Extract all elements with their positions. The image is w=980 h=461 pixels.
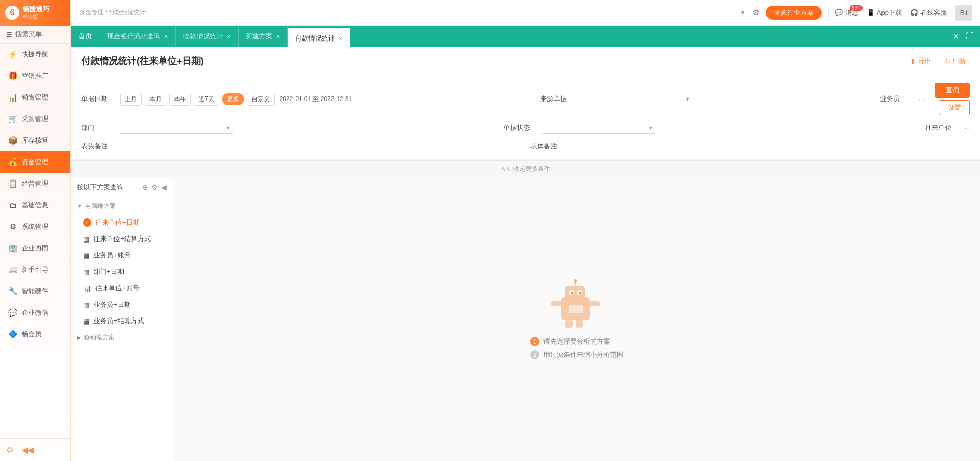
salesperson-ellipsis-btn[interactable]: ··· <box>919 95 925 103</box>
sidebar-item-member[interactable]: 🔷 畅会员 <box>0 324 70 345</box>
logo-text: 畅捷通巧 标准版 <box>23 5 49 21</box>
tab-payment-stats-close[interactable]: ✕ <box>338 35 343 42</box>
scheme-item-salesperson-date[interactable]: ▦ 业务员+日期 <box>71 296 173 313</box>
tab-bank-flow-close[interactable]: ✕ <box>164 33 168 40</box>
refresh-button[interactable]: ↻ 刷新 <box>940 54 970 68</box>
headset-icon: 🎧 <box>910 9 918 16</box>
page-actions: ⬆ 导出 ↻ 刷新 <box>906 54 970 68</box>
header-note-input[interactable] <box>120 140 243 152</box>
date-btn-this-year[interactable]: 本年 <box>169 93 191 106</box>
topbar: 资金管理 / 付款情况统计 ▼ ⚙ 体验行业方案 💬 消息 99+ 📱 App下… <box>71 0 980 26</box>
sidebar-item-purchase[interactable]: 🛒 采购管理 <box>0 108 70 130</box>
tab-close-all-icon[interactable]: ✕ <box>953 32 959 42</box>
export-icon: ⬆ <box>910 57 916 65</box>
message-icon: 💬 <box>835 9 843 16</box>
breadcrumb-dropdown[interactable]: ▼ <box>740 9 746 16</box>
empty-illustration <box>546 279 607 331</box>
svg-rect-12 <box>569 305 583 313</box>
empty-tip-2: 2 用过滤条件来缩小分析范围 <box>530 350 623 359</box>
scheme-item-unit-account[interactable]: 📊 往来单位+账号 <box>71 280 173 296</box>
svg-rect-8 <box>551 301 561 306</box>
sidebar-item-guide[interactable]: 📖 新手引导 <box>0 259 70 280</box>
tab-receipt-stats[interactable]: 收款情况统计 ✕ <box>176 26 239 47</box>
phone-icon: 📱 <box>867 9 875 16</box>
messages-badge: 99+ <box>850 5 863 11</box>
date-btn-custom[interactable]: 自定义 <box>247 93 275 106</box>
tab-expand-icon[interactable]: ⛶ <box>966 32 974 41</box>
sidebar-item-system[interactable]: ⚙ 系统管理 <box>0 216 70 237</box>
member-icon: 🔷 <box>8 330 17 339</box>
date-btn-this-month[interactable]: 本月 <box>145 93 166 106</box>
body-note-input[interactable] <box>570 140 693 152</box>
sidebar-item-inventory[interactable]: 📦 库存核算 <box>0 130 70 151</box>
dept-select[interactable] <box>120 122 233 134</box>
sidebar-item-enterprise[interactable]: 🏢 企业协同 <box>0 237 70 259</box>
doc-status-select[interactable] <box>542 122 655 134</box>
tab-bank-flow[interactable]: 现金银行流水查询 ✕ <box>100 26 176 47</box>
online-service-button[interactable]: 🎧 在线客服 <box>910 8 947 17</box>
date-range-display: 2022-01-01 至 2022-12-31 <box>280 95 352 104</box>
scheme-item-salesperson-payment[interactable]: ▦ 业务员+结算方式 <box>71 313 173 329</box>
filter-salesperson-label: 业务员 <box>880 94 909 104</box>
user-avatar[interactable]: Rit <box>955 5 972 21</box>
scheme-pc-section[interactable]: ▼ 电脑端方案 <box>71 197 173 214</box>
tab-home[interactable]: 首页 <box>71 26 100 47</box>
mobile-section-arrow: ▶ <box>77 335 81 340</box>
scheme-table-icon-5: ▦ <box>83 317 89 325</box>
query-btns: 查询 设置 <box>935 83 970 115</box>
export-button[interactable]: ⬆ 导出 <box>906 54 935 68</box>
sidebar-bottom: ⚙ ◀◀ <box>0 438 70 461</box>
collapse-bar[interactable]: ∧∧ 收起更多条件 <box>71 160 980 177</box>
settings-button[interactable]: 设置 <box>939 100 970 115</box>
search-menu[interactable]: ☰ 搜索菜单 <box>0 26 70 44</box>
svg-point-4 <box>571 292 574 294</box>
date-btn-more[interactable]: 更多 <box>222 93 244 105</box>
tab-receipt-stats-close[interactable]: ✕ <box>226 33 231 40</box>
filter-source-label: 来源单据 <box>540 94 569 104</box>
sidebar-item-operations[interactable]: 📋 经营管理 <box>0 173 70 194</box>
scheme-table-icon-4: ▦ <box>83 301 89 309</box>
sidebar-item-weixin[interactable]: 💬 企业微信 <box>0 302 70 324</box>
topbar-gear-icon[interactable]: ⚙ <box>752 8 759 17</box>
inventory-icon: 📦 <box>8 136 17 145</box>
marketing-icon: 🎁 <box>8 71 17 81</box>
empty-tips: 1 请先选择要分析的方案 2 用过滤条件来缩小分析范围 <box>530 337 623 359</box>
scheme-item-unit-date[interactable]: ○ 往来单位+日期 <box>71 214 173 231</box>
scheme-mobile-section[interactable]: ▶ 移动端方案 <box>71 329 173 346</box>
related-unit-ellipsis-btn[interactable]: ··· <box>964 124 970 132</box>
messages-button[interactable]: 💬 消息 99+ <box>835 8 858 17</box>
settings-bottom-icon[interactable]: ⚙ <box>6 445 13 455</box>
collapse-sidebar-icon[interactable]: ◀◀ <box>22 445 34 455</box>
filter-doc-status-label: 单据状态 <box>503 123 532 132</box>
scheme-add-icon[interactable]: ⊕ <box>142 183 148 191</box>
app-download-button[interactable]: 📱 App下载 <box>867 8 902 17</box>
scheme-collapse-icon[interactable]: ◀ <box>161 183 167 191</box>
sidebar-item-sales[interactable]: 📊 销售管理 <box>0 87 70 108</box>
topbar-right: 💬 消息 99+ 📱 App下载 🎧 在线客服 Rit <box>835 5 972 21</box>
sidebar-item-smart-hw[interactable]: 🔧 智能硬件 <box>0 280 70 302</box>
operations-icon: 📋 <box>8 179 17 188</box>
sidebar-item-basic-info[interactable]: 🗂 基础信息 <box>0 194 70 216</box>
tab-new-scheme[interactable]: 新建方案 ✕ <box>239 26 288 47</box>
filter-section: 单据日期 上月 本月 本年 近7天 更多 自定义 2022-01-01 至 20… <box>71 75 980 160</box>
guide-icon: 📖 <box>8 265 17 274</box>
scheme-item-unit-payment[interactable]: ▦ 往来单位+结算方式 <box>71 231 173 247</box>
collapse-up-icon: ∧∧ <box>501 165 513 172</box>
tab-new-scheme-close[interactable]: ✕ <box>276 33 280 40</box>
scheme-item-dept-date[interactable]: ▦ 部门+日期 <box>71 264 173 280</box>
try-industry-button[interactable]: 体验行业方案 <box>766 6 822 20</box>
sidebar-nav: ⚡ 快捷导航 🎁 营销推广 📊 销售管理 🛒 采购管理 📦 库存核算 💰 资金管… <box>0 44 70 438</box>
tab-payment-stats[interactable]: 付款情况统计 ✕ <box>288 28 350 47</box>
sidebar-item-quick-nav[interactable]: ⚡ 快捷导航 <box>0 44 70 65</box>
doc-status-select-wrapper <box>542 122 655 134</box>
scheme-actions: ⊕ ⚙ ◀ <box>142 183 167 191</box>
scheme-item-salesperson-account[interactable]: ▦ 业务员+账号 <box>71 247 173 264</box>
date-btn-7days[interactable]: 近7天 <box>194 93 219 106</box>
scheme-settings-icon[interactable]: ⚙ <box>151 183 158 191</box>
query-button[interactable]: 查询 <box>935 83 970 98</box>
sidebar-item-finance[interactable]: 💰 资金管理 <box>0 151 70 173</box>
source-select[interactable] <box>579 93 692 105</box>
svg-rect-11 <box>576 319 583 328</box>
date-btn-last-month[interactable]: 上月 <box>120 93 142 106</box>
sidebar-item-marketing[interactable]: 🎁 营销推广 <box>0 65 70 87</box>
